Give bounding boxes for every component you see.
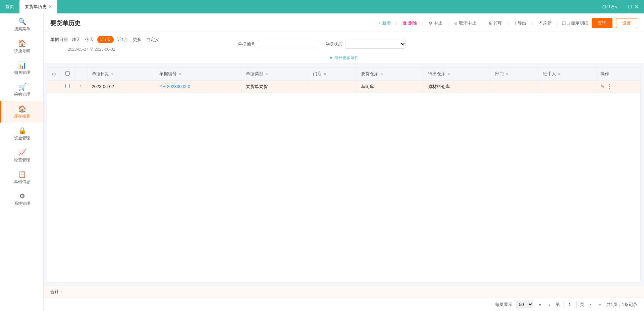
next-page-btn[interactable]: › bbox=[588, 301, 593, 308]
top-bar: 首页 要货单历史 ✕ OfTEn — □ ✕ bbox=[0, 0, 644, 13]
date-option-today[interactable]: 今天 bbox=[84, 36, 95, 43]
td-num: 1 bbox=[74, 81, 88, 93]
th-pending-warehouse[interactable]: 待出仓库 ⇅ bbox=[424, 68, 491, 81]
export-button[interactable]: ↑ 导出 bbox=[512, 19, 528, 28]
tab-home-label: 首页 bbox=[5, 4, 14, 10]
sidebar-item-purchase[interactable]: 🛒 采购管理 bbox=[0, 79, 43, 101]
th-order-no[interactable]: 单据编号 ⇅ bbox=[155, 68, 242, 81]
td-date: 2023-06-02 bbox=[88, 81, 155, 93]
select-all-checkbox[interactable] bbox=[65, 71, 70, 76]
brand-label: OfTEn bbox=[602, 4, 618, 9]
expand-more-btn[interactable]: ▼ 展开更多条件 bbox=[50, 52, 637, 61]
maximize-btn[interactable]: □ bbox=[628, 4, 632, 10]
page-title: 要货单历史 bbox=[50, 19, 80, 27]
td-handler bbox=[539, 81, 596, 93]
order-no-link[interactable]: YH-20230602-0 bbox=[159, 84, 190, 89]
date-option-more[interactable]: 更多 bbox=[131, 36, 143, 43]
sidebar-item-search-menu-label: 搜索菜单 bbox=[14, 26, 30, 32]
order-type-sort-icon: ⇅ bbox=[265, 72, 268, 76]
system-icon: ⚙ bbox=[19, 193, 25, 199]
th-req-warehouse[interactable]: 要货仓库 ⇅ bbox=[357, 68, 424, 81]
sidebar-item-inventory-label: 库存核算 bbox=[14, 114, 30, 119]
status-select[interactable] bbox=[345, 40, 406, 49]
sidebar-item-sales[interactable]: 📊 销售管理 bbox=[0, 57, 43, 79]
minimize-btn[interactable]: — bbox=[620, 4, 626, 10]
more-action-btn[interactable]: ⋮ bbox=[607, 83, 612, 90]
status-label: 单据状态 bbox=[325, 41, 342, 47]
sales-icon: 📊 bbox=[18, 62, 26, 69]
tab-close-icon[interactable]: ✕ bbox=[49, 4, 52, 9]
page-header: 要货单历史 + 新增 | 🗑 删除 | ⊘ 中止 | ⊙ 取消中止 | 🖨 打印… bbox=[44, 13, 644, 32]
th-store[interactable]: 门店 ⇅ bbox=[309, 68, 357, 81]
delete-button[interactable]: 🗑 删除 bbox=[400, 19, 419, 28]
date-option-last7days[interactable]: 近7天 bbox=[97, 36, 114, 43]
toolbar: + 新增 | 🗑 删除 | ⊘ 中止 | ⊙ 取消中止 | 🖨 打印 | ↑ 导… bbox=[376, 18, 637, 28]
page-size-select[interactable]: 50 20 100 200 bbox=[516, 301, 533, 308]
table-row[interactable]: 1 2023-06-02 YH-20230602-0 要货单要货 车间库 原材料… bbox=[47, 81, 640, 93]
sidebar-item-search-menu[interactable]: 🔍 搜索菜单 bbox=[0, 13, 43, 35]
th-handler-label: 经手人 bbox=[543, 71, 556, 76]
status-filter-group: 单据状态 ▼ bbox=[325, 40, 406, 49]
th-pending-warehouse-label: 待出仓库 bbox=[428, 71, 445, 76]
sidebar-item-finance-label: 资金管理 bbox=[14, 135, 30, 141]
th-department[interactable]: 部门 ⇅ bbox=[491, 68, 539, 81]
total-label: 合计： bbox=[50, 289, 63, 295]
th-num bbox=[74, 68, 88, 81]
prev-page-btn[interactable]: ‹ bbox=[547, 301, 552, 308]
th-handler[interactable]: 经手人 ⇅ bbox=[539, 68, 596, 81]
sidebar-item-finance[interactable]: 🔒 资金管理 bbox=[0, 123, 43, 144]
sidebar-item-quick-nav[interactable]: 🏠 快捷导航 bbox=[0, 35, 43, 57]
operations-icon: 📈 bbox=[18, 149, 26, 156]
row-checkbox[interactable] bbox=[65, 84, 70, 88]
setting-button[interactable]: 设置 bbox=[616, 18, 637, 28]
new-button[interactable]: + 新增 bbox=[376, 19, 392, 28]
th-date[interactable]: 单据日期 ⇅ bbox=[88, 68, 155, 81]
sidebar-item-sales-label: 销售管理 bbox=[14, 70, 30, 76]
tab-requisition-history[interactable]: 要货单历史 ✕ bbox=[19, 0, 57, 13]
th-order-type[interactable]: 单据类型 ⇅ bbox=[242, 68, 309, 81]
quick-nav-icon: 🏠 bbox=[18, 40, 26, 47]
date-filter-label: 单据日期 bbox=[50, 37, 68, 43]
th-action-label: 操作 bbox=[600, 71, 609, 76]
base-info-icon: 📋 bbox=[18, 171, 26, 178]
tab-home[interactable]: 首页 bbox=[0, 0, 19, 13]
close-btn[interactable]: ✕ bbox=[634, 4, 639, 10]
print-button[interactable]: 🖨 打印 bbox=[486, 19, 504, 28]
date-option-yesterday[interactable]: 昨天 bbox=[70, 36, 82, 43]
date-option-custom[interactable]: 自定义 bbox=[145, 36, 161, 43]
th-checkbox[interactable] bbox=[61, 68, 74, 81]
th-action: 操作 bbox=[596, 68, 640, 81]
last-page-btn[interactable]: » bbox=[596, 301, 603, 308]
display-detail-label: □ 显示明细 bbox=[567, 20, 588, 26]
total-info: 共1页，1条记录 bbox=[606, 302, 637, 308]
current-page-input[interactable] bbox=[563, 301, 577, 308]
sidebar-item-base-info[interactable]: 📋 基础信息 bbox=[0, 166, 43, 188]
inventory-icon: 🏠 bbox=[18, 105, 26, 112]
requisition-table: ⚙ 单据日期 ⇅ 单据编号 ⇅ bbox=[47, 68, 640, 93]
edit-action-btn[interactable]: ✎ bbox=[600, 83, 605, 90]
stop-button[interactable]: ⊘ 中止 bbox=[427, 19, 444, 28]
date-option-last1month[interactable]: 近1月 bbox=[116, 36, 129, 43]
th-settings[interactable]: ⚙ bbox=[47, 68, 61, 81]
sidebar-item-purchase-label: 采购管理 bbox=[14, 92, 30, 97]
date-sort-icon: ⇅ bbox=[111, 72, 114, 76]
page-label-end: 页 bbox=[580, 302, 584, 308]
table-container: ⚙ 单据日期 ⇅ 单据编号 ⇅ bbox=[47, 67, 641, 282]
date-filter-group: 单据日期 昨天 今天 近7天 近1月 更多 自定义 2023-05-27 至 2… bbox=[50, 36, 231, 52]
req-warehouse-sort-icon: ⇅ bbox=[380, 72, 383, 76]
sidebar-item-inventory[interactable]: 🏠 库存核算 bbox=[0, 101, 43, 123]
first-page-btn[interactable]: « bbox=[537, 301, 543, 308]
order-no-input[interactable] bbox=[258, 40, 318, 48]
display-detail-toggle[interactable]: ☐ □ 显示明细 bbox=[562, 20, 588, 26]
sidebar-item-operations[interactable]: 📈 经营管理 bbox=[0, 144, 43, 166]
td-settings bbox=[47, 81, 61, 93]
cancel-stop-button[interactable]: ⊙ 取消中止 bbox=[452, 19, 478, 28]
td-checkbox[interactable] bbox=[61, 81, 74, 93]
pending-warehouse-sort-icon: ⇅ bbox=[447, 72, 450, 76]
department-sort-icon: ⇅ bbox=[506, 72, 508, 76]
query-button[interactable]: 查询 bbox=[592, 18, 612, 28]
refresh-button[interactable]: ↺ 刷新 bbox=[536, 19, 554, 28]
td-pending-warehouse: 原材料仓库 bbox=[424, 81, 491, 93]
sidebar-item-system[interactable]: ⚙ 系统管理 bbox=[0, 188, 43, 210]
expand-more-icon: ▼ bbox=[329, 56, 333, 60]
